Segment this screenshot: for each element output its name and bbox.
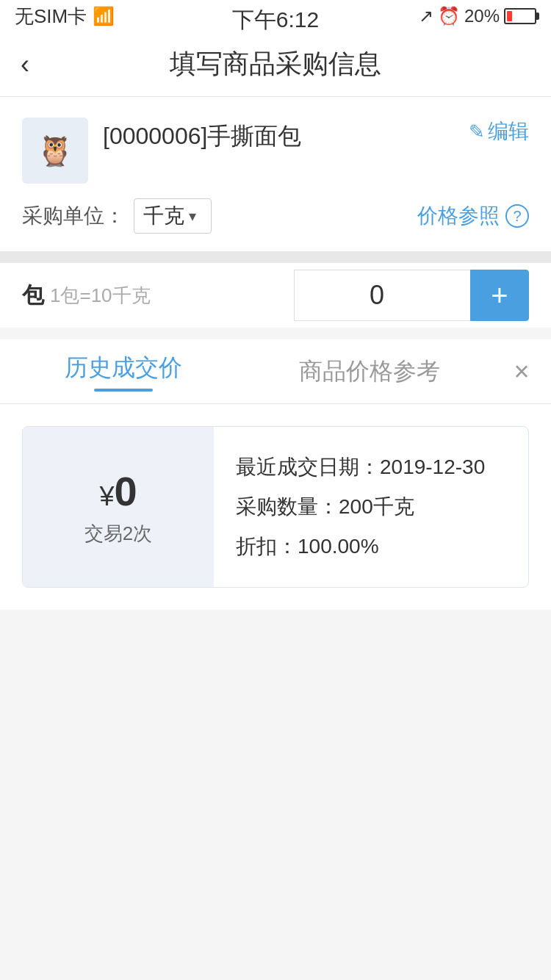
card-left: ¥0 交易2次 bbox=[23, 427, 214, 587]
unit-prefix-label: 采购单位： bbox=[22, 202, 125, 230]
status-bar: 无SIM卡 📶 下午6:12 ↗ ⏰ 20% bbox=[0, 0, 551, 32]
qty-value: 200千克 bbox=[339, 495, 414, 518]
tab2-label: 商品价格参考 bbox=[299, 356, 440, 388]
price-symbol: ¥ bbox=[99, 481, 114, 511]
product-thumbnail: 🦉 bbox=[22, 118, 88, 184]
plus-icon: + bbox=[491, 279, 508, 312]
date-value: 2019-12-30 bbox=[380, 455, 485, 478]
tab-active-indicator bbox=[94, 389, 153, 392]
back-button[interactable]: ‹ bbox=[21, 49, 29, 80]
price-value: 0 bbox=[114, 468, 137, 514]
product-section: 🦉 [0000006]手撕面包 ✎ 编辑 采购单位： 千克 ▾ 价格参照 ? bbox=[0, 97, 551, 251]
card-qty-row: 采购数量：200千克 bbox=[236, 493, 506, 521]
discount-label: 折扣： bbox=[236, 535, 298, 558]
product-name: [0000006]手撕面包 bbox=[103, 118, 301, 153]
price-ref-label: 价格参照 bbox=[417, 202, 500, 230]
quantity-plus-button[interactable]: + bbox=[470, 270, 529, 321]
qty-label: 采购数量： bbox=[236, 495, 339, 518]
status-time: 下午6:12 bbox=[232, 5, 319, 35]
price-card: ¥0 交易2次 最近成交日期：2019-12-30 采购数量：200千克 折扣：… bbox=[22, 426, 529, 588]
carrier-text: 无SIM卡 bbox=[15, 4, 87, 29]
status-left: 无SIM卡 📶 bbox=[15, 4, 115, 29]
date-label: 最近成交日期： bbox=[236, 455, 380, 478]
quantity-unit: 包 bbox=[22, 281, 44, 311]
tabs-header: 历史成交价 商品价格参考 × bbox=[0, 339, 551, 404]
wifi-icon: 📶 bbox=[93, 6, 115, 26]
product-header: 🦉 [0000006]手撕面包 ✎ 编辑 bbox=[22, 118, 529, 184]
battery-icon bbox=[504, 8, 536, 24]
price-ref-button[interactable]: 价格参照 ? bbox=[417, 202, 529, 230]
quantity-label: 包 1包=10千克 bbox=[22, 281, 151, 311]
unit-left: 采购单位： 千克 ▾ bbox=[22, 198, 212, 234]
battery-pct: 20% bbox=[464, 6, 500, 26]
card-trades: 交易2次 bbox=[84, 521, 152, 547]
tab1-label: 历史成交价 bbox=[65, 352, 182, 384]
alarm-icon: ⏰ bbox=[438, 6, 460, 26]
tabs-section: 历史成交价 商品价格参考 × ¥0 交易2次 最近成交日期：2019-12-30… bbox=[0, 339, 551, 610]
card-date-row: 最近成交日期：2019-12-30 bbox=[236, 453, 506, 481]
tab-product-price-ref[interactable]: 商品价格参考 bbox=[246, 339, 492, 403]
card-area: ¥0 交易2次 最近成交日期：2019-12-30 采购数量：200千克 折扣：… bbox=[0, 404, 551, 610]
footer-area bbox=[0, 610, 551, 980]
tabs-close-button[interactable]: × bbox=[492, 356, 551, 387]
product-image-icon: 🦉 bbox=[37, 134, 73, 168]
section-divider bbox=[0, 251, 551, 263]
quantity-input-group: + bbox=[294, 270, 529, 321]
unit-select-dropdown[interactable]: 千克 ▾ bbox=[134, 198, 212, 234]
quantity-input[interactable] bbox=[294, 270, 470, 321]
product-unit-row: 采购单位： 千克 ▾ 价格参照 ? bbox=[22, 198, 529, 234]
discount-value: 100.00% bbox=[298, 535, 379, 558]
card-discount-row: 折扣：100.00% bbox=[236, 533, 506, 561]
direction-icon: ↗ bbox=[419, 6, 433, 26]
edit-icon: ✎ bbox=[469, 120, 485, 143]
tab-history-price[interactable]: 历史成交价 bbox=[0, 339, 246, 403]
nav-bar: ‹ 填写商品采购信息 bbox=[0, 32, 551, 97]
edit-label: 编辑 bbox=[488, 118, 529, 145]
product-left: 🦉 [0000006]手撕面包 bbox=[22, 118, 301, 184]
chevron-down-icon: ▾ bbox=[189, 207, 196, 225]
quantity-section: 包 1包=10千克 + bbox=[0, 263, 551, 328]
card-right: 最近成交日期：2019-12-30 采购数量：200千克 折扣：100.00% bbox=[214, 427, 528, 587]
quantity-hint: 1包=10千克 bbox=[50, 283, 151, 309]
unit-select-value: 千克 bbox=[143, 202, 184, 230]
card-price: ¥0 bbox=[99, 467, 137, 515]
status-right: ↗ ⏰ 20% bbox=[419, 6, 536, 26]
page-title: 填写商品采购信息 bbox=[170, 46, 381, 82]
edit-button[interactable]: ✎ 编辑 bbox=[469, 118, 529, 145]
question-icon: ? bbox=[505, 204, 529, 228]
